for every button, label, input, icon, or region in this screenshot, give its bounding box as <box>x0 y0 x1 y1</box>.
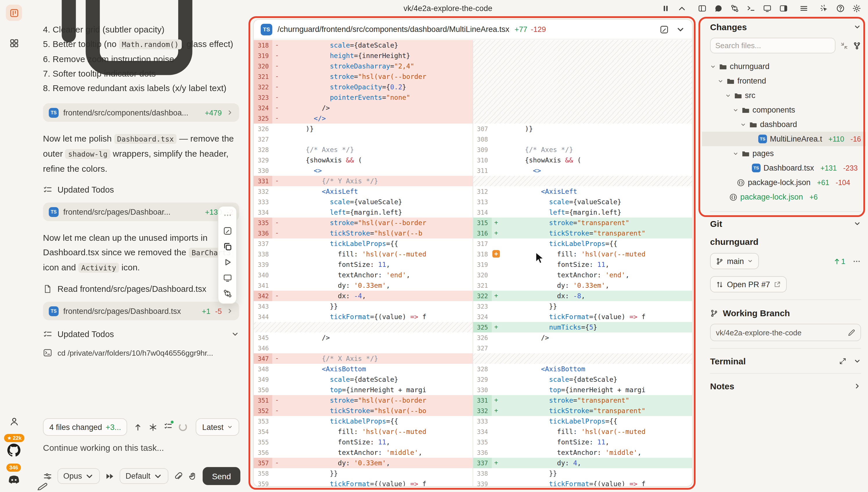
hand-icon[interactable] <box>188 471 197 481</box>
tool-call-row[interactable]: Read frontend/src/pages/Dashboard.tsx <box>43 284 239 294</box>
sparkle-icon[interactable] <box>149 423 158 432</box>
code-text: fill: 'hsl(var(--muted <box>282 249 472 259</box>
tree-file-row[interactable]: TSMultiLineArea.tsx+110-16 <box>702 132 866 146</box>
github-button[interactable] <box>6 442 22 458</box>
tree-file-row[interactable]: TSDashboard.tsx+131-233 <box>702 161 866 175</box>
chevron-down-icon[interactable] <box>718 78 723 84</box>
chevron-down-icon[interactable] <box>733 151 738 156</box>
text-segment: Now let me polish <box>43 133 114 143</box>
code-text: )} <box>501 124 692 134</box>
chevron-down-icon[interactable] <box>733 107 738 113</box>
diff-old-line: 336- tickStroke="hsl(var(--b <box>254 228 473 239</box>
collapse-tree-icon[interactable] <box>840 42 848 50</box>
text-segment: icon and <box>43 262 78 272</box>
mode-dropdown[interactable]: Default <box>120 468 169 484</box>
sliders-icon[interactable] <box>43 471 52 481</box>
expand-icon[interactable] <box>839 358 846 365</box>
annotate-icon[interactable] <box>660 25 669 34</box>
diff-header: TS /churnguard/frontend/src/components/d… <box>254 20 692 40</box>
code-text: )} <box>282 124 472 134</box>
diff-row: 358 }}338 }} <box>254 468 692 479</box>
chevron-down-icon[interactable] <box>710 64 716 69</box>
chevron-down-icon[interactable] <box>676 25 685 34</box>
diff-marker <box>272 186 282 197</box>
search-input[interactable] <box>710 38 836 53</box>
tree-folder-row[interactable]: frontend <box>702 74 866 88</box>
line-number: 334 <box>473 426 491 437</box>
diff-marker <box>272 364 282 374</box>
grid-view-button[interactable] <box>6 35 22 51</box>
code-text: fill: 'hsl(var(--muted <box>501 249 692 259</box>
play-icon[interactable] <box>222 257 232 267</box>
diff-new-line <box>473 61 692 71</box>
edit-pencil-icon[interactable] <box>848 329 855 336</box>
diff-new-line: 311 <> <box>473 165 692 176</box>
board-view-button[interactable] <box>6 5 22 21</box>
paperclip-icon[interactable] <box>173 471 183 481</box>
tree-item-name: Dashboard.tsx <box>764 164 814 172</box>
fast-forward-icon[interactable] <box>105 471 115 481</box>
tree-folder-row[interactable]: dashboard <box>702 117 866 132</box>
tree-folder-row[interactable]: components <box>702 103 866 117</box>
terminal-section-header[interactable]: Terminal <box>710 356 861 366</box>
diff-old-line: 348 <AxisBottom <box>254 364 473 374</box>
tree-folder-row[interactable]: pages <box>702 146 866 161</box>
diff-new-line: 328 <AxisBottom <box>473 364 692 374</box>
grid-squares-icon <box>9 38 19 48</box>
tree-folder-row[interactable]: src <box>702 88 866 103</box>
annotate-icon[interactable] <box>222 226 232 236</box>
diff-marker <box>491 270 501 280</box>
pencil-icon[interactable] <box>36 481 48 492</box>
notes-section-header[interactable]: Notes <box>710 381 861 391</box>
chevron-down-icon[interactable] <box>853 23 861 31</box>
tree-file-row[interactable]: package-lock.json+6 <box>702 190 866 204</box>
more-horizontal-icon[interactable] <box>222 211 232 220</box>
git-compare-icon[interactable] <box>222 289 232 298</box>
account-button[interactable] <box>6 413 22 429</box>
file-chip[interactable]: TSfrontend/src/components/dashboa...+479 <box>43 103 239 122</box>
github-icon <box>6 443 22 458</box>
task-input[interactable] <box>43 443 239 467</box>
open-pr-button[interactable]: Open PR #7 <box>710 276 787 292</box>
diff-new-line: 327 <box>473 343 692 353</box>
diff-old-line: 321- stroke="hsl(var(--border <box>254 71 473 82</box>
todos-row[interactable]: Updated Todos <box>43 185 239 194</box>
line-number: 325 <box>473 322 491 333</box>
chevron-right-icon[interactable] <box>853 382 861 390</box>
branch-selector[interactable]: main <box>710 253 759 269</box>
add-comment-button[interactable]: + <box>492 250 500 257</box>
working-branch-field[interactable]: vk/4e2a-explore-the-code <box>710 324 861 341</box>
tree-folder-row[interactable]: churnguard <box>702 59 866 74</box>
send-button[interactable]: Send <box>203 467 240 485</box>
chevron-down-icon[interactable] <box>853 220 861 227</box>
diff-new-line: 330 top={innerHeight + margi <box>473 385 692 395</box>
chevron-down-icon[interactable] <box>725 93 731 98</box>
diff-body[interactable]: 318- scale={dateScale}319- height={inner… <box>254 40 692 486</box>
discord-button[interactable] <box>6 472 22 488</box>
todo-status-button[interactable] <box>164 421 173 433</box>
monitor-icon[interactable] <box>222 273 232 282</box>
floating-toolbar[interactable] <box>218 206 237 304</box>
terminal-command-row[interactable]: cd /private/var/folders/10/h7w0q46556ggr… <box>43 348 239 358</box>
file-chip[interactable]: TSfrontend/src/pages/Dashboard.tsx+1-5 <box>43 302 239 320</box>
file-chip[interactable]: TSfrontend/src/pages/Dashboar...+130-2 <box>43 202 239 221</box>
chevron-down-icon[interactable] <box>231 330 239 338</box>
code-text: top={innerHeight + margi <box>501 385 692 395</box>
files-changed-chip[interactable]: 4 files changed +3... <box>43 418 127 436</box>
commits-ahead[interactable]: 1 <box>833 257 845 266</box>
more-options-icon[interactable] <box>852 257 861 266</box>
line-number: 337 <box>473 458 491 468</box>
arrow-up-icon[interactable] <box>134 423 143 432</box>
working-branch-value: vk/4e2a-explore-the-code <box>716 328 843 337</box>
line-number: 319 <box>254 50 272 61</box>
tree-file-row[interactable]: package-lock.json+61-104 <box>702 175 866 190</box>
git-fork-icon[interactable] <box>853 42 861 50</box>
diff-marker <box>491 301 501 312</box>
copy-icon[interactable] <box>222 242 232 251</box>
text-segment: 4. Cleaner grid (subtler opacity) <box>43 24 165 34</box>
chevron-down-icon[interactable] <box>740 122 746 127</box>
model-dropdown[interactable]: Opus <box>57 468 100 484</box>
todos-row[interactable]: Updated Todos <box>43 329 239 339</box>
latest-dropdown[interactable]: Latest <box>196 418 239 436</box>
chevron-down-icon[interactable] <box>853 358 861 365</box>
